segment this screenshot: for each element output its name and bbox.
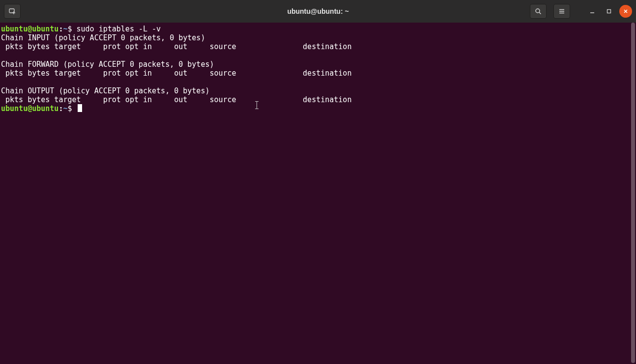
output-line: Chain FORWARD (policy ACCEPT 0 packets, … [1, 60, 636, 69]
output-line: pkts bytes target prot opt in out source… [1, 95, 636, 104]
output-line: Chain INPUT (policy ACCEPT 0 packets, 0 … [1, 33, 636, 42]
new-tab-icon [8, 7, 16, 15]
prompt-sigil: $ [67, 104, 72, 113]
command-text: sudo iptables -L -v [77, 25, 161, 33]
close-icon [623, 8, 629, 14]
prompt-user: ubuntu [1, 25, 28, 33]
maximize-button[interactable] [603, 5, 615, 18]
search-button[interactable] [530, 4, 547, 19]
terminal-cursor [78, 104, 82, 112]
prompt-host: ubuntu [32, 104, 58, 113]
hamburger-menu-button[interactable] [553, 4, 570, 19]
hamburger-icon [558, 8, 565, 15]
prompt-at: @ [28, 25, 32, 33]
terminal-viewport[interactable]: ubuntu@ubuntu:~$ sudo iptables -L -v Cha… [0, 23, 636, 364]
new-tab-button[interactable] [4, 4, 21, 19]
output-line: pkts bytes target prot opt in out source… [1, 69, 636, 78]
prompt-user: ubuntu [1, 104, 28, 113]
prompt-sigil: $ [67, 25, 72, 33]
maximize-icon [606, 8, 612, 14]
window-titlebar: ubuntu@ubuntu: ~ [0, 0, 636, 23]
output-line: Chain OUTPUT (policy ACCEPT 0 packets, 0… [1, 86, 636, 95]
scrollbar[interactable] [631, 23, 635, 363]
svg-point-3 [536, 9, 540, 13]
close-button[interactable] [619, 5, 632, 18]
minimize-icon [589, 8, 595, 14]
minimize-button[interactable] [586, 5, 599, 18]
text-cursor-ibeam [257, 101, 257, 109]
prompt-at: @ [28, 104, 32, 113]
output-line: pkts bytes target prot opt in out source… [1, 42, 636, 51]
output-line [1, 78, 636, 86]
output-line [1, 51, 636, 60]
scrollbar-thumb[interactable] [631, 23, 635, 363]
prompt-line-1: ubuntu@ubuntu:~$ sudo iptables -L -v [1, 25, 636, 33]
svg-line-4 [539, 12, 541, 14]
prompt-host: ubuntu [32, 25, 58, 33]
prompt-line-2: ubuntu@ubuntu:~$ [1, 104, 636, 113]
search-icon [535, 8, 542, 15]
svg-rect-9 [607, 10, 611, 13]
window-title: ubuntu@ubuntu: ~ [287, 7, 348, 15]
